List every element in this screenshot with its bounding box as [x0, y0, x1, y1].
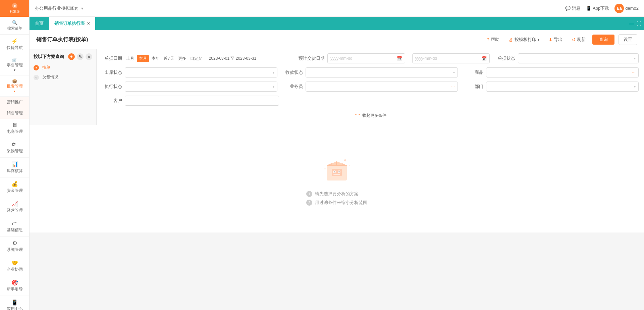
print-btn[interactable]: 🖨 按模板打印 ▾: [506, 35, 542, 44]
export-btn[interactable]: ⬇ 导出: [546, 35, 565, 44]
doc-status-arrow: ▾: [634, 57, 636, 60]
calendar-to-icon: 📅: [481, 56, 487, 61]
expected-to-placeholder: yyyy-mm-dd: [415, 56, 437, 61]
page-title: 销售订单执行表(按单): [36, 36, 88, 43]
tabbar: 首页 销售订单执行表 ✕ — ⛶: [30, 17, 644, 30]
salesperson-dots[interactable]: ···: [451, 84, 455, 89]
message-label: 消息: [572, 5, 581, 11]
delivery-status-input[interactable]: ▾: [125, 67, 277, 78]
message-btn[interactable]: 💬 消息: [565, 5, 581, 11]
apps-icon: 📱: [11, 299, 18, 306]
delivery-status-label: 出库状态: [102, 69, 122, 75]
sidebar-item-operation[interactable]: 📈 经营管理: [0, 197, 29, 217]
sidebar-item-quick-nav[interactable]: ⚡ 快捷导航: [0, 35, 29, 54]
tab-maximize-btn[interactable]: ⛶: [637, 21, 641, 26]
collapse-label: 收起更多条件: [362, 113, 386, 118]
tab-expand-area: — ⛶: [629, 21, 641, 26]
svg-marker-6: [327, 163, 332, 165]
enterprise-icon: 🤝: [11, 260, 18, 266]
topbar-arrow[interactable]: ▾: [81, 6, 83, 11]
query-button[interactable]: 查询: [592, 35, 614, 45]
date-tab-本年[interactable]: 本年: [150, 55, 161, 62]
goods-input[interactable]: ···: [486, 67, 639, 78]
sidebar-item-system[interactable]: ⚙ 系统管理: [0, 237, 29, 256]
topbar-title: 办公用品行业模拟账套: [35, 5, 78, 11]
sidebar-search[interactable]: 🔍 搜索菜单: [0, 17, 29, 35]
refresh-btn[interactable]: ↺ 刷新: [569, 35, 588, 44]
exec-status-input[interactable]: ▾: [125, 82, 277, 92]
user-menu[interactable]: Ea demo2: [614, 4, 639, 13]
hint-num-1: 1: [306, 191, 312, 197]
edit-scheme-btn[interactable]: ✎: [77, 53, 84, 60]
filter-row-2: 出库状态 ▾ 收款状态 ▾: [102, 67, 639, 78]
expected-date-from-input[interactable]: yyyy-mm-dd 📅: [327, 53, 405, 63]
sidebar-item-enterprise[interactable]: 🤝 企业协同: [0, 256, 29, 276]
delivery-status-field: 出库状态 ▾: [102, 67, 277, 78]
doc-status-field: 单据状态 ▾: [495, 53, 639, 63]
delivery-status-arrow: ▾: [273, 71, 274, 74]
dept-arrow: ▾: [634, 85, 636, 89]
goods-dots[interactable]: ···: [632, 70, 636, 75]
svg-rect-16: [333, 174, 340, 175]
sidebar-item-ecommerce[interactable]: 🖥 电商管理: [0, 119, 29, 138]
scheme-按单-icon: ●: [34, 65, 39, 70]
logo-text: 标准版: [10, 9, 20, 14]
svg-point-10: [324, 168, 326, 169]
scheme-item-按单[interactable]: ● 按单: [30, 63, 96, 72]
sidebar-item-wholesale[interactable]: 📦 批发管理 ▴: [0, 75, 29, 97]
sidebar-item-marketing[interactable]: 营销推广: [0, 97, 29, 108]
exec-status-label: 执行状态: [102, 84, 122, 90]
wholesale-arrow: ▴: [14, 89, 15, 93]
filter-area: 按以下方案查询 + ✎ « ● 按单 ○: [30, 49, 644, 125]
customer-input[interactable]: ···: [125, 96, 279, 106]
expected-date-to-input[interactable]: yyyy-mm-dd 📅: [412, 53, 490, 63]
sidebar-item-retail[interactable]: 🛒 零售管理 ▾: [0, 54, 29, 75]
collapse-scheme-btn[interactable]: «: [86, 53, 92, 60]
svg-rect-11: [332, 169, 342, 176]
svg-marker-7: [342, 163, 347, 165]
date-tab-近7天[interactable]: 近7天: [162, 55, 175, 62]
operation-icon: 📈: [11, 201, 18, 207]
salesperson-input[interactable]: ···: [306, 82, 458, 92]
payment-status-input[interactable]: ▾: [306, 67, 458, 78]
sidebar-item-apps[interactable]: 📱 应用中心: [0, 296, 29, 310]
hint-text-1: 请先选择要分析的方案: [315, 191, 359, 197]
date-field: 单据日期 上月 本月 本年 近7天 更多 自定义 2023-03-01 至 20…: [102, 55, 293, 62]
customer-dots[interactable]: ···: [272, 98, 276, 103]
app-download-btn[interactable]: 📱 App下载: [586, 5, 609, 11]
retail-arrow: ▾: [14, 68, 15, 72]
sidebar-item-newbie[interactable]: 🎯 新手引导: [0, 276, 29, 296]
date-separator: —: [407, 56, 411, 61]
sidebar-item-basic[interactable]: 🗃 基础信息: [0, 217, 29, 237]
tab-sales-exec[interactable]: 销售订单执行表 ✕: [49, 17, 95, 30]
collapse-icon: ⌃⌃: [354, 113, 361, 118]
hint-item-2: 2 用过滤条件来缩小分析范围: [306, 200, 367, 206]
tab-home[interactable]: 首页: [30, 17, 49, 30]
customer-label: 客户: [102, 98, 122, 104]
svg-point-15: [338, 171, 340, 172]
expected-from-placeholder: yyyy-mm-dd: [330, 56, 352, 61]
add-scheme-btn[interactable]: +: [68, 53, 75, 60]
dept-input[interactable]: ▾: [486, 82, 639, 92]
help-label: 帮助: [491, 37, 499, 43]
tab-close-btn[interactable]: ✕: [87, 21, 90, 26]
settings-button[interactable]: 设置: [619, 34, 637, 45]
date-tab-自定义[interactable]: 自定义: [189, 55, 204, 62]
help-btn[interactable]: ? 帮助: [484, 35, 502, 44]
doc-status-input[interactable]: ▾: [518, 53, 639, 63]
sidebar-item-finance[interactable]: 💰 资金管理: [0, 177, 29, 197]
sidebar-search-label: 搜索菜单: [7, 26, 22, 31]
sidebar-item-sales[interactable]: 销售管理: [0, 108, 29, 119]
sidebar-item-inventory[interactable]: 📊 库存核算: [0, 158, 29, 177]
retail-label: 零售管理: [7, 62, 23, 68]
collapse-more-btn[interactable]: ⌃⌃ 收起更多条件: [102, 110, 639, 121]
enterprise-label: 企业协同: [7, 267, 23, 272]
date-tab-本月[interactable]: 本月: [137, 55, 149, 62]
date-tab-更多[interactable]: 更多: [177, 55, 187, 62]
date-tab-上月[interactable]: 上月: [125, 55, 136, 62]
filter-body: 按以下方案查询 + ✎ « ● 按单 ○: [30, 49, 644, 125]
sidebar-item-purchase[interactable]: 🛍 采购管理: [0, 138, 29, 158]
scheme-item-欠货情况[interactable]: ○ 欠货情况: [30, 72, 96, 82]
search-icon: 🔍: [12, 20, 17, 25]
tab-minimize-btn[interactable]: —: [629, 21, 634, 26]
